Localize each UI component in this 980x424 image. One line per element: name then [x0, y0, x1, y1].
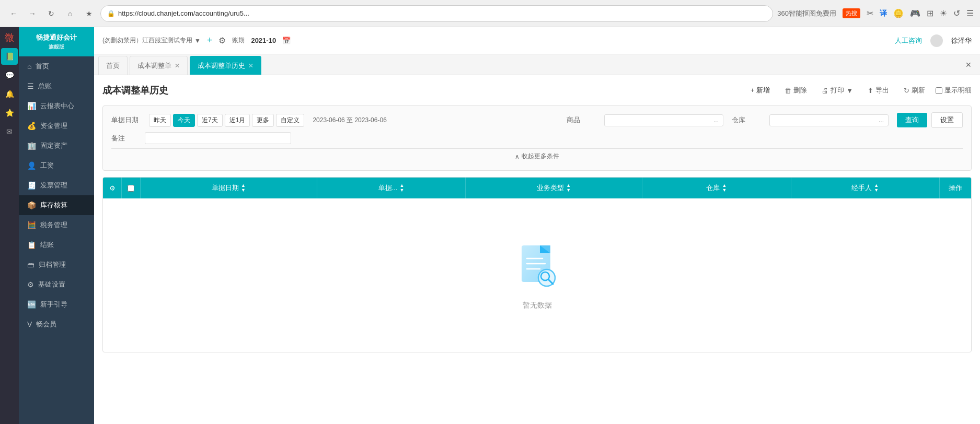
funds-icon: 💰 [27, 122, 36, 130]
tab-cost-history-label: 成本调整单历史 [198, 61, 245, 70]
sidebar-item-funds[interactable]: 💰 资金管理 [19, 116, 94, 136]
date-btn-custom[interactable]: 自定义 [276, 114, 304, 127]
goods-filter-label: 商品 [567, 115, 596, 125]
tab-cost-history-close[interactable]: ✕ [248, 62, 253, 69]
refresh-button[interactable]: ↻ [44, 6, 59, 21]
warehouse-filter-input[interactable]: ... [769, 114, 889, 126]
sidebar-item-fixed[interactable]: 🏢 固定资产 [19, 136, 94, 156]
th-num-label: 单据... [378, 183, 398, 193]
query-button[interactable]: 查询 [897, 113, 927, 127]
sidebar-item-closing[interactable]: 📋 结账 [19, 235, 94, 255]
date-btn-yesterday[interactable]: 昨天 [149, 114, 171, 127]
sidebar-item-vip[interactable]: V 畅会员 [19, 314, 94, 334]
date-btn-7days[interactable]: 近7天 [197, 114, 223, 127]
icon-bar-star[interactable]: ⭐ [1, 104, 18, 121]
date-sort-arrows[interactable]: ▲▼ [241, 183, 246, 193]
tab-cost-adjust-close[interactable]: ✕ [175, 62, 180, 69]
delete-icon: 🗑 [785, 87, 791, 95]
warehouse-sort-arrows[interactable]: ▲▼ [722, 183, 727, 193]
collapse-button[interactable]: ∧ 收起更多条件 [111, 148, 963, 164]
refresh-button-page[interactable]: ↻ 刷新 [900, 84, 929, 97]
icon-bar-bell[interactable]: 🔔 [1, 86, 18, 102]
th-check[interactable] [122, 178, 141, 198]
sidebar-item-salary[interactable]: 👤 工资 [19, 156, 94, 175]
tab-home[interactable]: 首页 [98, 56, 128, 75]
icon-bar-app[interactable]: 📗 [1, 48, 18, 65]
print-icon: 🖨 [822, 87, 828, 95]
forward-button[interactable]: → [25, 6, 40, 21]
url-bar[interactable]: 🔒 https://cloud.chanjet.com/accounting/u… [100, 5, 773, 22]
sidebar-item-invoice[interactable]: 🧾 发票管理 [19, 175, 94, 195]
biztype-sort-arrows[interactable]: ▲▼ [566, 183, 571, 193]
filter-settings-button[interactable]: 设置 [931, 112, 963, 128]
sidebar-item-guide[interactable]: 🆕 新手引导 [19, 295, 94, 314]
sidebar-item-settings[interactable]: ⚙ 基础设置 [19, 275, 94, 295]
warehouse-more-btn[interactable]: ... [879, 116, 884, 124]
scissors-icon: ✂ [867, 8, 873, 18]
sidebar-item-archive[interactable]: 🗃 归档管理 [19, 255, 94, 275]
print-dropdown-icon: ▼ [846, 87, 853, 95]
game-icon: 🎮 [910, 8, 920, 18]
sidebar-label-guide: 新手引导 [40, 300, 67, 309]
remark-input[interactable] [145, 132, 291, 144]
sidebar-item-reports[interactable]: 📊 云报表中心 [19, 96, 94, 116]
th-handler[interactable]: 经手人 ▲▼ [791, 178, 940, 198]
tab-cost-history[interactable]: 成本调整单历史 ✕ [190, 56, 261, 75]
icon-bar-weibo[interactable]: 微 [1, 29, 18, 46]
sidebar-item-ledger[interactable]: ☰ 总账 [19, 76, 94, 96]
add-company-btn[interactable]: + [207, 35, 213, 46]
date-btn-more[interactable]: 更多 [252, 114, 274, 127]
select-all-checkbox[interactable] [128, 185, 134, 192]
table-header: ⚙ 单据日期 ▲▼ 单据... ▲▼ 业务类型 ▲▼ [103, 178, 971, 198]
th-biztype[interactable]: 业务类型 ▲▼ [466, 178, 642, 198]
sidebar-item-tax[interactable]: 🧮 税务管理 [19, 215, 94, 235]
date-btn-1month[interactable]: 近1月 [225, 114, 250, 127]
sidebar-label-reports: 云报表中心 [40, 101, 74, 111]
goods-filter-input[interactable]: ... [604, 114, 723, 126]
remark-label: 备注 [111, 134, 141, 143]
user-avatar [930, 34, 943, 47]
icon-bar-msg[interactable]: 💬 [1, 67, 18, 84]
new-button[interactable]: + 新增 [746, 84, 774, 97]
export-button[interactable]: ⬆ 导出 [863, 84, 893, 97]
th-settings[interactable]: ⚙ [103, 178, 122, 198]
sidebar-item-home[interactable]: ⌂ 首页 [19, 56, 94, 76]
grid-icon: ⊞ [927, 8, 933, 18]
bookmark-button[interactable]: ★ [82, 6, 96, 21]
icon-bar-envelope[interactable]: ✉ [1, 123, 18, 140]
delete-button[interactable]: 🗑 删除 [780, 84, 811, 97]
page-content: 成本调整单历史 + 新增 🗑 删除 🖨 打印 ▼ ⬆ 导出 [94, 75, 980, 424]
company-selector[interactable]: (勿删勿禁用）江西服宝测试专用 ▼ [102, 36, 201, 45]
back-button[interactable]: ← [6, 6, 21, 21]
sidebar-item-inventory[interactable]: 📦 库存核算 [19, 195, 94, 215]
settings-icon: ⚙ [27, 280, 34, 289]
user-name[interactable]: 徐泽华 [951, 36, 972, 45]
goods-input[interactable] [609, 116, 713, 124]
th-date[interactable]: 单据日期 ▲▼ [141, 178, 317, 198]
inventory-icon: 📦 [27, 201, 36, 209]
date-btn-today[interactable]: 今天 [173, 114, 195, 127]
help-button[interactable]: 人工咨询 [895, 36, 922, 45]
warehouse-input[interactable] [774, 116, 879, 124]
company-name: (勿删勿禁用）江西服宝测试专用 [102, 36, 192, 45]
goods-more-btn[interactable]: ... [713, 116, 719, 124]
tab-cost-adjust[interactable]: 成本调整单 ✕ [130, 56, 188, 75]
url-text: https://cloud.chanjet.com/accounting/uru… [118, 9, 249, 17]
tab-close-all[interactable]: ✕ [965, 61, 972, 69]
browser-actions: 360智能抠图免费用 热搜 ✂ 译 🪙 🎮 ⊞ ☀ ↺ ☰ [777, 8, 974, 18]
home-button[interactable]: ⌂ [63, 6, 77, 21]
handler-sort-arrows[interactable]: ▲▼ [874, 183, 879, 193]
th-warehouse[interactable]: 仓库 ▲▼ [642, 178, 791, 198]
tax-icon: 🧮 [27, 221, 36, 229]
show-detail-checkbox[interactable]: 显示明细 [936, 86, 972, 95]
settings-gear-icon[interactable]: ⚙ [218, 36, 226, 45]
calendar-icon[interactable]: 📅 [282, 37, 291, 44]
show-detail-input[interactable] [936, 87, 942, 94]
main-content: (勿删勿禁用）江西服宝测试专用 ▼ + ⚙ 账期 2021-10 📅 人工咨询 … [94, 27, 980, 424]
print-button[interactable]: 🖨 打印 ▼ [817, 84, 857, 97]
num-sort-arrows[interactable]: ▲▼ [400, 183, 405, 193]
browser-chrome: ← → ↻ ⌂ ★ 🔒 https://cloud.chanjet.com/ac… [0, 0, 980, 27]
th-warehouse-label: 仓库 [706, 183, 720, 193]
translate-icon: 译 [880, 9, 887, 18]
th-num[interactable]: 单据... ▲▼ [317, 178, 466, 198]
